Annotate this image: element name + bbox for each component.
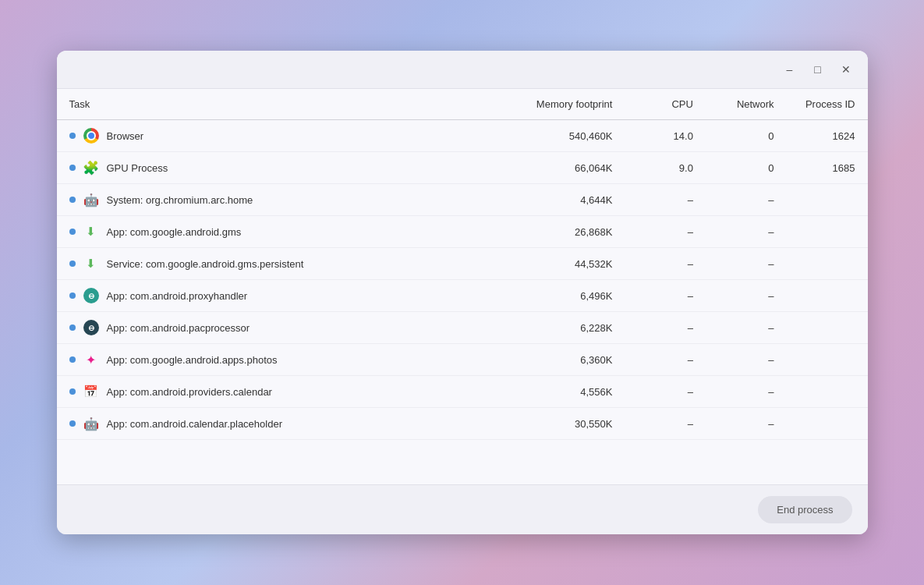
network-cell: – [706,408,787,440]
task-icon-wrapper: 🧩 [83,160,99,176]
task-cell: ⬇ App: com.google.android.gms [57,216,524,248]
status-dot [69,133,76,139]
task-name: App: com.google.android.apps.photos [107,354,278,366]
pid-cell: 1685 [787,152,868,184]
table-row[interactable]: ⬇ Service: com.google.android.gms.persis… [57,248,868,280]
download-icon: ⬇ [86,257,96,271]
pid-cell [787,312,868,344]
status-dot [69,229,76,235]
network-cell: – [706,184,787,216]
memory-cell: 30,550K [524,408,625,440]
task-name: App: com.android.proxyhandler [107,290,248,302]
status-dot [69,165,76,171]
table-row[interactable]: 🧩 GPU Process 66,064K 9.0 0 1685 [57,152,868,184]
task-cell: 🧩 GPU Process [57,152,524,184]
pid-cell [787,344,868,376]
task-name: App: com.android.calendar.placeholder [107,418,282,430]
status-dot [69,420,76,427]
table-row[interactable]: 📅 App: com.android.providers.calendar 4,… [57,376,868,408]
photos-icon: ✦ [86,353,96,367]
col-header-task[interactable]: Task [57,89,524,120]
task-cell: 🤖 App: com.android.calendar.placeholder [57,408,524,440]
cpu-cell: – [625,248,705,280]
task-manager-window: – □ ✕ Task Memory footprint CPU Network … [57,51,868,534]
col-header-network[interactable]: Network [706,89,787,120]
end-process-button[interactable]: End process [758,496,851,523]
task-cell: ✦ App: com.google.android.apps.photos [57,344,524,376]
task-icon-wrapper: 🤖 [83,192,99,207]
download-icon: ⬇ [86,225,96,239]
network-cell: – [706,248,787,280]
network-cell: 0 [706,152,787,184]
main-content: Task Memory footprint CPU Network Proces… [57,89,868,534]
cpu-cell: – [625,344,705,376]
task-cell: ⬇ Service: com.google.android.gms.persis… [57,248,524,280]
task-name: GPU Process [107,162,168,174]
task-name: Service: com.google.android.gms.persiste… [107,258,304,270]
status-dot [69,324,76,331]
status-dot [69,356,76,363]
titlebar: – □ ✕ [57,51,868,89]
cpu-cell: – [625,216,705,248]
network-cell: – [706,312,787,344]
task-icon-wrapper: 📅 [83,384,99,399]
task-icon-wrapper [83,128,99,144]
task-cell: ⊖ App: com.android.pacprocessor [57,312,524,344]
calendar-icon: 📅 [83,385,98,399]
cpu-cell: – [625,312,705,344]
task-name: App: com.android.providers.calendar [107,386,272,398]
task-name: App: com.google.android.gms [107,226,242,238]
table-container[interactable]: Task Memory footprint CPU Network Proces… [57,89,868,484]
pid-cell [787,376,868,408]
circle-dark-icon: ⊖ [83,320,99,335]
cpu-cell: – [625,280,705,312]
memory-cell: 44,532K [524,248,625,280]
circle-teal-icon: ⊖ [83,288,99,303]
cpu-cell: 9.0 [625,152,705,184]
memory-cell: 540,460K [524,120,625,152]
task-icon-wrapper: ✦ [83,352,99,367]
table-row[interactable]: ⬇ App: com.google.android.gms 26,868K – … [57,216,868,248]
task-name: App: com.android.pacprocessor [107,322,250,334]
memory-cell: 26,868K [524,216,625,248]
table-row[interactable]: ⊖ App: com.android.proxyhandler 6,496K –… [57,280,868,312]
network-cell: – [706,216,787,248]
memory-cell: 6,228K [524,312,625,344]
minimize-button[interactable]: – [779,58,801,80]
cpu-cell: – [625,376,705,408]
close-button[interactable]: ✕ [835,58,857,80]
status-dot [69,261,76,267]
table-header-row: Task Memory footprint CPU Network Proces… [57,89,868,120]
puzzle-icon: 🧩 [83,160,99,176]
table-row[interactable]: ⊖ App: com.android.pacprocessor 6,228K –… [57,312,868,344]
col-header-cpu[interactable]: CPU [625,89,705,120]
col-header-pid[interactable]: Process ID [787,89,868,120]
memory-cell: 6,360K [524,344,625,376]
network-cell: 0 [706,120,787,152]
android-icon: 🤖 [83,193,99,207]
footer: End process [57,484,868,534]
task-icon-wrapper: ⬇ [83,256,99,271]
pid-cell [787,248,868,280]
process-table: Task Memory footprint CPU Network Proces… [57,89,868,440]
table-row[interactable]: 🤖 App: com.android.calendar.placeholder … [57,408,868,440]
task-icon-wrapper: ⬇ [83,224,99,239]
table-row[interactable]: Browser 540,460K 14.0 0 1624 [57,120,868,152]
task-cell: Browser [57,120,524,152]
android-icon: 🤖 [83,417,99,431]
cpu-cell: – [625,408,705,440]
task-cell: ⊖ App: com.android.proxyhandler [57,280,524,312]
table-row[interactable]: 🤖 System: org.chromium.arc.home 4,644K –… [57,184,868,216]
cpu-cell: – [625,184,705,216]
task-icon-wrapper: 🤖 [83,416,99,431]
status-dot [69,388,76,395]
memory-cell: 4,556K [524,376,625,408]
col-header-memory[interactable]: Memory footprint [524,89,625,120]
pid-cell [787,184,868,216]
network-cell: – [706,376,787,408]
task-name: System: org.chromium.arc.home [107,194,253,206]
maximize-button[interactable]: □ [807,58,829,80]
memory-cell: 4,644K [524,184,625,216]
pid-cell [787,280,868,312]
table-row[interactable]: ✦ App: com.google.android.apps.photos 6,… [57,344,868,376]
